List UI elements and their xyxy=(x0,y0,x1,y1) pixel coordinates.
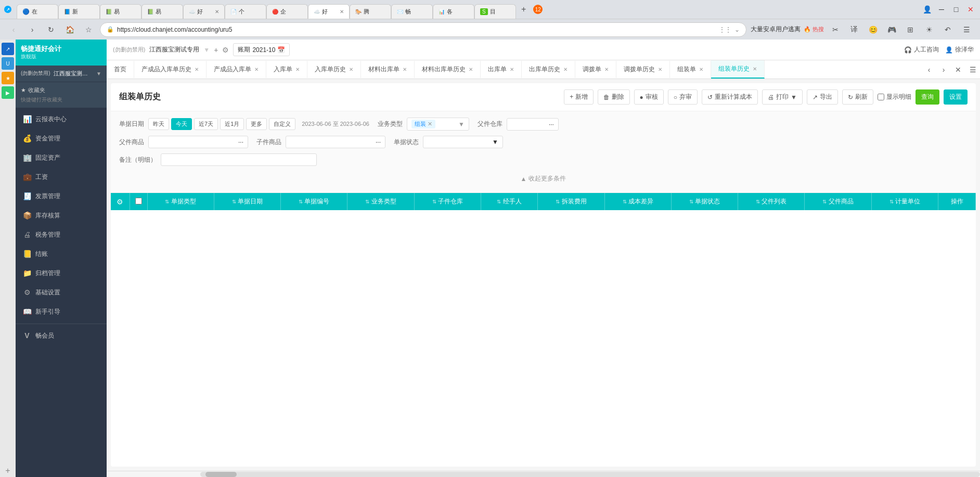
audit-button[interactable]: ● 审核 xyxy=(634,89,664,105)
refresh-button[interactable]: ↻ 刷新 xyxy=(842,89,873,105)
bill-status-select[interactable]: ▼ xyxy=(423,136,503,148)
close-button[interactable]: ✕ xyxy=(965,4,976,15)
nav-tab-production-in[interactable]: 产成品入库单 ✕ xyxy=(207,61,266,78)
sidebar-item-inventory[interactable]: 📦 库存核算 xyxy=(16,206,107,225)
sidebar-item-checkout[interactable]: 📒 结账 xyxy=(16,244,107,264)
nav-tab-warehouse-in[interactable]: 入库单 ✕ xyxy=(266,61,307,78)
sidebar-item-cloud-report[interactable]: 📊 云报表中心 xyxy=(16,110,107,129)
browser-tab-1[interactable]: 🔵 在 xyxy=(17,4,58,19)
browser-tab-10[interactable]: ✉️ 畅 xyxy=(391,4,433,19)
sort-icon-unit[interactable]: ⇅ xyxy=(889,199,894,204)
close-production-in-history[interactable]: ✕ xyxy=(195,67,199,72)
query-button[interactable]: 查询 xyxy=(915,89,939,105)
nav-tab-home[interactable]: 首页 xyxy=(107,61,134,78)
nav-tab-assembly[interactable]: 组装单 ✕ xyxy=(670,61,711,78)
browser-tab-4[interactable]: 📗 易 xyxy=(141,4,183,19)
sidebar-item-member[interactable]: V 畅会员 xyxy=(16,326,107,345)
collapse-button[interactable]: ▲ 收起更多条件 xyxy=(518,171,570,186)
nav-tab-material-out[interactable]: 材料出库单 ✕ xyxy=(361,61,415,78)
close-assembly-history[interactable]: ✕ xyxy=(753,66,757,72)
sidebar-item-funds[interactable]: 💰 资金管理 xyxy=(16,129,107,148)
forward-button[interactable]: › xyxy=(25,22,40,37)
parent-goods-select[interactable]: ··· xyxy=(148,136,248,148)
menu-icon[interactable]: ☰ xyxy=(959,22,974,37)
child-goods-select[interactable]: ··· xyxy=(286,136,385,148)
note-input[interactable] xyxy=(161,153,317,166)
game-icon[interactable]: 🎮 xyxy=(884,22,899,37)
edge-icon-3[interactable]: ★ xyxy=(2,72,14,84)
sort-icon-parent-list[interactable]: ⇅ xyxy=(756,199,760,204)
biz-type-input[interactable]: 组装 ✕ ▼ xyxy=(407,118,469,131)
close-warehouse-in[interactable]: ✕ xyxy=(295,67,300,72)
sort-icon-bill-no[interactable]: ⇅ xyxy=(299,199,303,204)
tabs-close-button[interactable]: ✕ xyxy=(951,62,965,77)
profile-icon[interactable]: 👤 xyxy=(922,4,932,15)
edge-icon-4[interactable]: ▶ xyxy=(2,86,14,99)
sidebar-account[interactable]: (勿删勿禁用) 江西服宝测试专用 ▼ xyxy=(16,66,107,82)
sort-icon-parent-goods[interactable]: ⇅ xyxy=(822,199,827,204)
sidebar-item-tax[interactable]: 🖨 税务管理 xyxy=(16,225,107,244)
edge-icon-add[interactable]: + xyxy=(2,465,14,477)
horizontal-scrollbar[interactable] xyxy=(107,471,980,477)
add-company-button[interactable]: + xyxy=(214,46,218,54)
minimize-button[interactable]: ─ xyxy=(936,4,947,15)
nav-tab-warehouse-in-history[interactable]: 入库单历史 ✕ xyxy=(307,61,361,78)
edge-icon-2[interactable]: U xyxy=(2,57,14,70)
sort-icon-bill-date[interactable]: ⇅ xyxy=(232,199,236,204)
nav-tab-transfer[interactable]: 调拨单 ✕ xyxy=(575,61,616,78)
sidebar-item-invoice[interactable]: 🧾 发票管理 xyxy=(16,187,107,206)
sidebar-item-settings[interactable]: ⚙ 基础设置 xyxy=(16,283,107,302)
print-button[interactable]: 🖨 打印 ▼ xyxy=(762,89,803,105)
sort-icon-biz-type[interactable]: ⇅ xyxy=(365,199,369,204)
company-settings-button[interactable]: ⚙ xyxy=(222,46,229,54)
date-btn-yesterday[interactable]: 昨天 xyxy=(148,118,169,130)
sort-icon-cost-diff[interactable]: ⇅ xyxy=(623,199,627,204)
close-transfer[interactable]: ✕ xyxy=(604,67,609,72)
address-bar[interactable]: 🔒 https://cloud.chanjet.com/accounting/u… xyxy=(100,22,746,37)
date-btn-7days[interactable]: 近7天 xyxy=(194,118,218,130)
select-all-checkbox[interactable] xyxy=(135,198,142,204)
date-btn-custom[interactable]: 自定义 xyxy=(269,118,295,130)
close-production-in[interactable]: ✕ xyxy=(254,67,259,72)
close-warehouse-in-history[interactable]: ✕ xyxy=(349,67,353,72)
browser-tab-11[interactable]: 📊 各 xyxy=(433,4,474,19)
show-detail-input[interactable] xyxy=(878,94,884,100)
sidebar-item-guide[interactable]: 📖 新手引导 xyxy=(16,302,107,321)
bookmark-button[interactable]: ☆ xyxy=(81,22,96,37)
scissors-icon[interactable]: ✂ xyxy=(828,22,843,37)
tabs-more-button[interactable]: ☰ xyxy=(965,62,980,77)
emoji-icon[interactable]: 😊 xyxy=(866,22,880,37)
browser-tab-3[interactable]: 📗 易 xyxy=(100,4,141,19)
sidebar-item-archive[interactable]: 📁 归档管理 xyxy=(16,264,107,283)
close-material-out[interactable]: ✕ xyxy=(403,67,407,72)
grid-icon[interactable]: ⊞ xyxy=(903,22,918,37)
browser-tab-7[interactable]: 🔴 企 xyxy=(266,4,308,19)
sort-icon-child-warehouse[interactable]: ⇅ xyxy=(432,199,436,204)
browser-tab-6[interactable]: 📄 个 xyxy=(225,4,266,19)
sort-icon-bill-status[interactable]: ⇅ xyxy=(689,199,693,204)
service-button[interactable]: 🎧 人工咨询 xyxy=(904,45,939,54)
table-col-gear[interactable]: ⚙ xyxy=(111,193,130,210)
browser-tab-9[interactable]: 🐎 腾 xyxy=(350,4,391,19)
date-btn-today[interactable]: 今天 xyxy=(171,118,192,130)
browser-tab-2[interactable]: 📘 新 xyxy=(58,4,100,19)
sort-icon-bill-type[interactable]: ⇅ xyxy=(165,199,169,204)
translate-icon[interactable]: 译 xyxy=(847,22,861,37)
sort-icon-handler[interactable]: ⇅ xyxy=(497,199,501,204)
table-col-checkbox[interactable] xyxy=(130,193,147,210)
sun-icon[interactable]: ☀ xyxy=(922,22,936,37)
browser-tab-8[interactable]: ☁️ 好 ✕ xyxy=(308,4,350,19)
parent-warehouse-select[interactable]: ··· xyxy=(507,118,559,131)
sidebar-item-salary[interactable]: 💼 工资 xyxy=(16,167,107,187)
new-button[interactable]: + 新增 xyxy=(564,89,593,105)
nav-tab-out-history[interactable]: 出库单历史 ✕ xyxy=(522,61,575,78)
tabs-next-button[interactable]: › xyxy=(936,62,951,77)
browser-tab-12[interactable]: S 目 xyxy=(474,4,516,19)
date-btn-more[interactable]: 更多 xyxy=(246,118,267,130)
show-detail-checkbox[interactable]: 显示明细 xyxy=(878,93,911,101)
nav-tab-material-out-history[interactable]: 材料出库单历史 ✕ xyxy=(415,61,481,78)
export-button[interactable]: ↗ 导出 xyxy=(807,89,838,105)
nav-tab-out[interactable]: 出库单 ✕ xyxy=(481,61,522,78)
nav-tab-assembly-history[interactable]: 组装单历史 ✕ xyxy=(711,60,765,79)
reload-button[interactable]: ↻ xyxy=(44,22,58,37)
